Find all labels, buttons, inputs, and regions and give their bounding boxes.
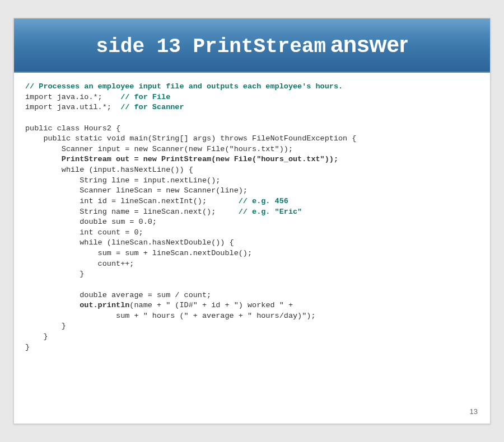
page-number: 13 [470, 407, 478, 416]
code-line [25, 301, 80, 309]
code-line: public class Hours2 { [25, 124, 120, 133]
slide-title-suffix: answer [331, 32, 408, 57]
code-line: String line = input.nextLine(); [25, 176, 220, 185]
code-line: import java.io.*; [25, 93, 120, 101]
code-comment: // e.g. 456 [239, 197, 288, 205]
slide-title-bar: side 13 PrintStream answer [14, 18, 490, 73]
code-line: double average = sum / count; [25, 291, 211, 299]
slide-container: side 13 PrintStream answer // Processes … [13, 18, 491, 424]
code-line: } [25, 332, 48, 341]
code-line-bold: out.println [80, 301, 129, 309]
code-line: sum = sum + lineScan.nextDouble(); [25, 249, 252, 257]
code-line: Scanner lineScan = new Scanner(line); [25, 186, 248, 195]
code-line-bold: PrintStream out = new PrintStream(new Fi… [25, 155, 338, 163]
code-line: } [25, 322, 66, 330]
code-line: } [25, 343, 30, 351]
code-comment: // for Scanner [120, 103, 184, 111]
slide-title-prefix: side 13 PrintStream [96, 35, 326, 58]
code-comment: // Processes an employee input file and … [25, 82, 343, 91]
code-line: public static void main(String[] args) t… [25, 134, 356, 143]
code-line: int count = 0; [25, 228, 143, 237]
code-line: while (lineScan.hasNextDouble()) { [25, 238, 234, 247]
code-line: int id = lineScan.nextInt(); [25, 197, 239, 205]
code-line: (name + " (ID#" + id + ") worked " + [129, 301, 293, 309]
code-line: sum + " hours (" + average + " hours/day… [25, 312, 315, 320]
code-line: Scanner input = new Scanner(new File("ho… [25, 145, 293, 153]
code-comment: // e.g. "Eric" [239, 208, 302, 216]
code-block: // Processes an employee input file and … [14, 73, 490, 358]
code-line: import java.util.*; [25, 103, 120, 111]
code-line: count++; [25, 260, 134, 268]
code-comment: // for File [120, 93, 170, 101]
code-line: while (input.hasNextLine()) { [25, 166, 193, 174]
code-line: double sum = 0.0; [25, 218, 157, 226]
code-line: String name = lineScan.next(); [25, 208, 239, 216]
code-line: } [25, 270, 84, 278]
